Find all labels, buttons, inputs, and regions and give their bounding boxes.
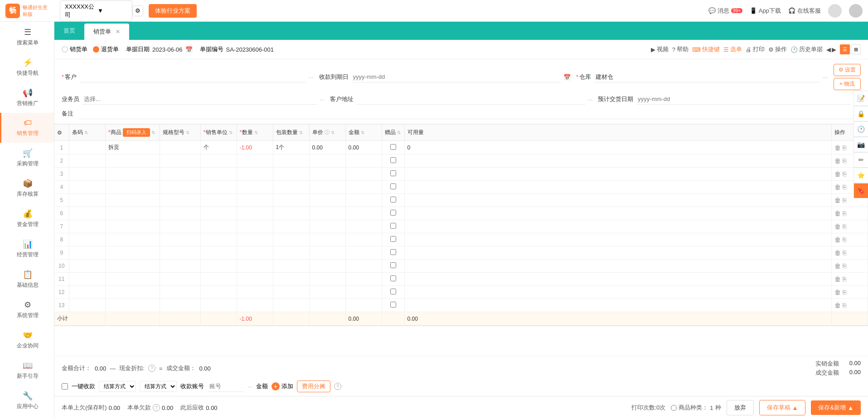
row-pack-qty-10[interactable] (273, 260, 309, 273)
row-unit-7[interactable] (200, 220, 237, 233)
save-draft-btn[interactable]: 保存草稿 ▲ (759, 400, 806, 415)
video-btn[interactable]: ▶ 视频 (651, 45, 669, 53)
address-dots-btn[interactable]: ··· (588, 96, 593, 103)
expected-date-input[interactable] (636, 94, 851, 105)
order-short-help-icon[interactable]: ? (153, 404, 160, 411)
row-delete-8[interactable]: 🗑 (834, 236, 841, 243)
row-unit-price-9[interactable] (309, 246, 345, 260)
trial-button[interactable]: 体验行业方案 (149, 4, 197, 18)
row-unit-1[interactable]: 个 (200, 141, 237, 154)
shortcut-btn[interactable]: ⌨ 快捷键 (692, 45, 720, 53)
row-delete-2[interactable]: 🗑 (834, 157, 841, 164)
row-pack-qty-11[interactable] (273, 273, 309, 286)
row-product-2[interactable] (105, 154, 160, 168)
row-unit-13[interactable] (200, 299, 237, 312)
row-pack-qty-5[interactable] (273, 194, 309, 207)
sidebar-item-sales[interactable]: 🏷 销售管理 (0, 113, 54, 143)
row-gift-6[interactable] (382, 207, 404, 220)
row-gift-5[interactable] (382, 194, 404, 207)
row-qty-7[interactable] (237, 220, 273, 233)
radio-return-order[interactable]: 退货单 (93, 45, 119, 53)
online-support-btn[interactable]: 🎧 在线客服 (788, 7, 821, 15)
company-selector[interactable]: XXXXXX公司 ▼ (60, 0, 132, 21)
row-pack-qty-9[interactable] (273, 246, 309, 260)
row-unit-price-7[interactable] (309, 220, 345, 233)
avatar[interactable] (828, 4, 842, 18)
app-download-btn[interactable]: 📱 App下载 (750, 7, 781, 15)
row-qty-5[interactable] (237, 194, 273, 207)
tab-home[interactable]: 首页 (54, 22, 84, 40)
abandon-btn[interactable]: 放弃 (727, 400, 754, 415)
row-spec-10[interactable] (160, 260, 200, 273)
float-note-btn[interactable]: 📝 (853, 91, 868, 106)
row-pack-qty-13[interactable] (273, 299, 309, 312)
sidebar-item-base-info[interactable]: 📋 基础信息 (0, 264, 54, 294)
message-btn[interactable]: 💬 消息 99+ (708, 7, 742, 15)
row-spec-1[interactable] (160, 141, 200, 154)
row-qty-9[interactable] (237, 246, 273, 260)
row-copy-2[interactable]: ⎘ (843, 157, 846, 164)
row-amount-1[interactable]: 0.00 (345, 141, 382, 154)
row-delete-1[interactable]: 🗑 (834, 144, 841, 151)
due-date-input[interactable] (351, 72, 561, 82)
row-gift-12[interactable] (382, 286, 404, 299)
row-amount-7[interactable] (345, 220, 382, 233)
next-arrow[interactable]: ▶ (832, 46, 836, 53)
warehouse-input[interactable] (594, 72, 820, 82)
product-kind-radio[interactable] (671, 405, 677, 411)
row-unit-8[interactable] (200, 233, 237, 246)
barcode-sort-icon[interactable]: ⇅ (84, 130, 88, 135)
sidebar-item-marketing[interactable]: 📢 营销推广 (0, 82, 54, 113)
grid-view-btn[interactable]: ⊞ (851, 44, 861, 54)
row-pack-qty-2[interactable] (273, 154, 309, 168)
row-qty-13[interactable] (237, 299, 273, 312)
sidebar-item-enterprise[interactable]: 🤝 企业协同 (0, 325, 54, 355)
row-qty-4[interactable] (237, 181, 273, 194)
row-unit-price-10[interactable] (309, 260, 345, 273)
row-product-8[interactable] (105, 233, 160, 246)
row-unit-9[interactable] (200, 246, 237, 260)
row-unit-10[interactable] (200, 260, 237, 273)
row-spec-2[interactable] (160, 154, 200, 168)
expense-split-btn[interactable]: 费用分摊 (297, 380, 330, 392)
row-qty-10[interactable] (237, 260, 273, 273)
row-product-5[interactable] (105, 194, 160, 207)
one-click-pay-checkbox[interactable] (62, 383, 68, 390)
row-copy-3[interactable]: ⎘ (843, 170, 846, 178)
row-unit-price-5[interactable] (309, 194, 345, 207)
row-spec-6[interactable] (160, 207, 200, 220)
company-settings-icon[interactable]: ⚙ (132, 5, 143, 16)
row-gift-7[interactable] (382, 220, 404, 233)
row-unit-price-8[interactable] (309, 233, 345, 246)
float-star-btn[interactable]: ⭐ (853, 168, 868, 183)
row-gift-4[interactable] (382, 181, 404, 194)
settlement-sub-select[interactable]: 结算方式 (140, 381, 177, 392)
row-copy-10[interactable]: ⎘ (843, 262, 846, 270)
row-qty-8[interactable] (237, 233, 273, 246)
prev-arrow[interactable]: ◀ (826, 46, 831, 53)
row-pack-qty-6[interactable] (273, 207, 309, 220)
row-qty-6[interactable] (237, 207, 273, 220)
row-gift-9[interactable] (382, 246, 404, 260)
radio-sales-order[interactable]: 销货单 (62, 45, 87, 53)
row-amount-9[interactable] (345, 246, 382, 260)
address-input[interactable] (356, 94, 585, 105)
row-barcode-4[interactable] (69, 181, 105, 194)
row-qty-2[interactable] (237, 154, 273, 168)
row-delete-3[interactable]: 🗑 (834, 170, 841, 178)
row-qty-12[interactable] (237, 286, 273, 299)
row-product-6[interactable] (105, 207, 160, 220)
tab-close-icon[interactable]: ✕ (116, 29, 120, 35)
salesperson-dots-btn[interactable]: ··· (320, 96, 325, 103)
float-history-btn[interactable]: 🕐 (853, 121, 868, 137)
row-copy-4[interactable]: ⎘ (843, 183, 846, 191)
row-gift-8[interactable] (382, 233, 404, 246)
row-barcode-7[interactable] (69, 220, 105, 233)
row-gift-10[interactable] (382, 260, 404, 273)
row-gift-13[interactable] (382, 299, 404, 312)
row-amount-12[interactable] (345, 286, 382, 299)
row-delete-12[interactable]: 🗑 (834, 289, 841, 296)
row-copy-12[interactable]: ⎘ (843, 289, 846, 296)
row-barcode-12[interactable] (69, 286, 105, 299)
row-amount-10[interactable] (345, 260, 382, 273)
